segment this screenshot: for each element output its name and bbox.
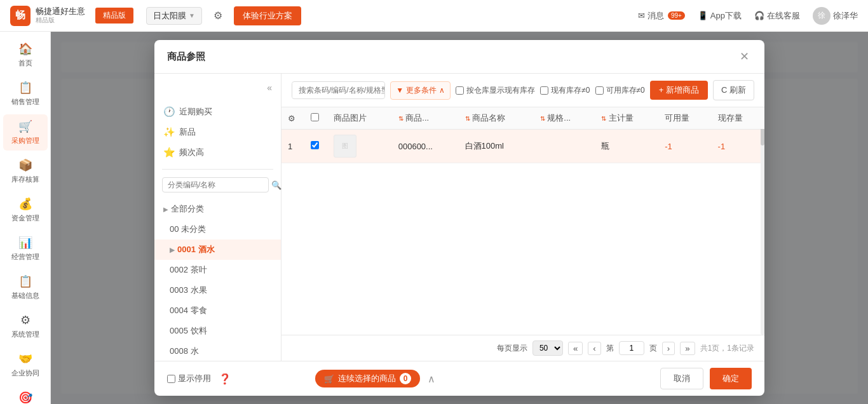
prev-page-button[interactable]: ‹ [588,342,600,355]
app-icon: 📱 [698,11,708,20]
next-page-button[interactable]: › [662,342,675,355]
refresh-button[interactable]: C 刷新 [713,80,754,100]
user-item[interactable]: 徐 徐泽华 [813,7,858,25]
checkbox-available-input[interactable] [595,86,604,95]
more-filter-button[interactable]: ▼ 更多条件 ∧ [390,81,451,100]
sidebar-item-sales[interactable]: 📋 销售管理 [3,76,48,112]
messages-badge: 99+ [668,11,685,20]
sidebar-item-home[interactable]: 🏠 首页 [3,37,48,73]
col-image-label: 商品图片 [334,113,367,123]
col-image: 商品图片 [327,107,392,130]
cat-item-0004[interactable]: 0004 零食 [154,300,281,321]
service-item[interactable]: 🎧 在线客服 [754,10,800,22]
checkbox-available-label: 可用库存≠0 [606,85,645,96]
product-table: ⚙ 商品图片 ⇅ 商品... [281,107,764,163]
cat-label-0001: 0001 酒水 [177,244,215,255]
checkbox-stock-nonzero[interactable]: 现有库存≠0 [540,85,590,96]
checkbox-available-nonzero[interactable]: 可用库存≠0 [595,85,645,96]
sidebar-item-basic-info[interactable]: 📋 基础信息 [3,269,48,306]
cat-item-0008[interactable]: 0008 水 [154,341,281,356]
new-products-item[interactable]: ✨ 新品 [154,122,281,142]
topnav: 畅 畅捷通好生意 精品版 精品版 日太阳膜 ▼ ⚙ 体验行业方案 ✉ 消息 99… [0,0,868,32]
add-product-button[interactable]: + 新增商品 [650,81,708,100]
table-row[interactable]: 1 图 000600... 白酒100ml 瓶 [281,130,764,163]
col-settings[interactable]: ⚙ [281,107,304,130]
category-search-input[interactable] [162,177,269,192]
select-all-checkbox[interactable] [311,113,319,121]
finance-icon: 💰 [18,197,32,211]
col-spec[interactable]: ⇅ 规格... [534,107,595,130]
cat-item-0005[interactable]: 0005 饮料 [154,321,281,341]
show-disabled-label[interactable]: 显示停用 [167,373,211,384]
filter-arrow: ∧ [439,86,445,95]
product-table-wrap: ⚙ 商品图片 ⇅ 商品... [281,107,764,335]
settings-icon[interactable]: ⚙ [210,6,226,25]
td-unit: 瓶 [595,130,658,163]
collapse-left-button[interactable]: « [266,81,273,94]
system-icon: ⚙ [20,313,31,327]
help-icon[interactable]: ❓ [219,373,231,385]
checkbox-warehouse-input[interactable] [456,86,464,95]
modal-header: 商品参照 ✕ [154,40,764,74]
show-disabled-checkbox[interactable] [167,375,175,383]
col-checkbox [304,107,327,130]
collapse-cart-icon[interactable]: ∧ [428,373,435,385]
sidebar-item-operations[interactable]: 📊 经营管理 [3,231,48,267]
logo-text: 畅捷通好生意 [36,6,85,17]
page-size-label: 每页显示 [497,343,527,354]
page-size-select[interactable]: 50 [532,340,563,356]
modal-close-button[interactable]: ✕ [736,49,752,64]
category-search-icon[interactable]: 🔍 [271,180,281,190]
all-categories-item[interactable]: ▶ 全部分类 [154,199,281,219]
cart-button[interactable]: 🛒 连续选择的商品 0 [315,370,420,387]
checkbox-warehouse[interactable]: 按仓库显示现有库存 [456,85,535,96]
sidebar-item-purchase[interactable]: 🛒 采购管理 [3,114,48,151]
modal-overlay[interactable]: 商品参照 ✕ « 🕐 [51,32,868,404]
app-label: App下载 [710,10,742,22]
first-page-button[interactable]: « [568,342,583,355]
sidebar-item-inventory[interactable]: 📦 库存核算 [3,153,48,189]
recent-purchases-item[interactable]: 🕐 近期购买 [154,102,281,122]
col-available[interactable]: 可用量 [658,107,711,130]
sidebar-item-finance[interactable]: 💰 资金管理 [3,192,48,228]
last-page-button[interactable]: » [680,342,695,355]
td-checkbox[interactable] [304,130,327,163]
cat-label-0005: 0005 饮料 [170,325,207,337]
col-unit[interactable]: ⇅ 主计量 [595,107,658,130]
cat-item-0001[interactable]: ▶ 0001 酒水 [154,239,281,260]
sidebar-item-enterprise[interactable]: 🤝 企业协同 [3,347,48,383]
frequent-item[interactable]: ⭐ 频次高 [154,142,281,163]
col-stock[interactable]: 现存量 [712,107,764,130]
expand-icon-0001: ▶ [170,246,175,253]
cat-item-0003[interactable]: 0003 水果 [154,280,281,300]
checkbox-stock-label: 现有库存≠0 [551,85,590,96]
show-disabled-text: 显示停用 [178,373,211,384]
page-number-input[interactable] [619,341,644,355]
col-name[interactable]: ⇅ 商品名称 [459,107,534,130]
message-icon: ✉ [638,11,645,20]
cat-label-0004: 0004 零食 [170,305,207,316]
app-download-item[interactable]: 📱 App下载 [698,10,742,22]
cat-item-0002[interactable]: 0002 茶叶 [154,260,281,280]
messages-item[interactable]: ✉ 消息 99+ [638,10,685,22]
confirm-button[interactable]: 确定 [710,368,752,389]
col-code[interactable]: ⇅ 商品... [392,107,459,130]
td-stock: -1 [712,130,764,163]
product-search-input[interactable] [292,83,385,98]
trial-button[interactable]: 体验行业方案 [234,6,301,25]
sidebar-item-guide[interactable]: 🎯 新手引导 [3,386,48,404]
col-stock-label: 现存量 [718,113,743,123]
sidebar-item-system[interactable]: ⚙ 系统管理 [3,308,48,344]
expand-icon: ▶ [163,206,168,213]
operations-icon: 📊 [18,236,32,250]
checkbox-stock-input[interactable] [540,86,548,95]
sales-icon: 📋 [18,81,32,95]
home-icon: 🏠 [18,42,32,56]
cat-item-00[interactable]: 00 未分类 [154,219,281,239]
cancel-button[interactable]: 取消 [660,368,703,389]
org-selector[interactable]: 日太阳膜 ▼ [146,7,202,25]
logo-sub: 精品版 [36,16,85,25]
sidebar-label-finance: 资金管理 [11,213,39,223]
row-checkbox[interactable] [311,141,319,149]
logo-area: 畅 畅捷通好生意 精品版 精品版 [10,6,133,26]
